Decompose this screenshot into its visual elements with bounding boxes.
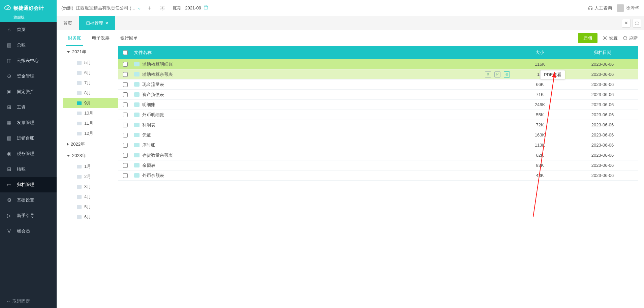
gear-icon[interactable]	[158, 4, 167, 12]
nav-item-5[interactable]: ⊞工资	[0, 99, 57, 115]
tree-month[interactable]: 12月	[63, 128, 118, 138]
settings-link[interactable]: 设置	[602, 35, 618, 41]
row-checkbox[interactable]	[123, 62, 128, 67]
row-checkbox[interactable]	[123, 153, 128, 158]
nav-icon: ▧	[6, 135, 12, 141]
nav-item-12[interactable]: ▷新手引导	[0, 208, 57, 223]
nav-item-11[interactable]: ⚙基础设置	[0, 192, 57, 208]
nav-label: 基础设置	[17, 197, 34, 203]
row-checkbox[interactable]	[123, 123, 128, 127]
nav-item-7[interactable]: ▧进销台账	[0, 130, 57, 146]
month-label: 5月	[84, 204, 91, 210]
folder-icon	[77, 122, 82, 125]
subtab-0[interactable]: 财务账	[63, 30, 87, 46]
nav-item-6[interactable]: ▦发票管理	[0, 115, 57, 130]
calendar-icon[interactable]	[203, 5, 209, 11]
user-menu[interactable]: 徐泽华	[617, 4, 639, 12]
brand-name: 畅捷通好会计	[13, 5, 44, 11]
table-row[interactable]: 现金流量表66K2023-06-06	[118, 80, 638, 90]
nav-item-9[interactable]: ⊟结账	[0, 161, 57, 177]
nav-item-3[interactable]: ⊙资金管理	[0, 68, 57, 84]
refresh-link[interactable]: 刷新	[622, 35, 638, 41]
nav-item-10[interactable]: ▭归档管理	[0, 177, 57, 192]
close-icon[interactable]: ✕	[105, 21, 109, 26]
tree-year[interactable]: 2023年	[63, 150, 118, 161]
nav-item-4[interactable]: ▣固定资产	[0, 84, 57, 99]
row-checkbox[interactable]	[123, 113, 128, 117]
export-pdf-icon[interactable]: P	[494, 71, 500, 78]
tree-month[interactable]: 6月	[63, 68, 118, 78]
view-pdf-icon[interactable]: ◎	[504, 71, 510, 78]
folder-icon	[77, 175, 82, 179]
file-size: 116K	[513, 62, 567, 67]
tree-month[interactable]: 4月	[63, 192, 118, 202]
row-checkbox[interactable]	[123, 133, 128, 137]
tree-month[interactable]: 5月	[63, 202, 118, 212]
add-icon[interactable]	[145, 4, 154, 12]
nav-item-0[interactable]: ⌂首页	[0, 22, 57, 37]
nav-item-13[interactable]: V畅会员	[0, 223, 57, 239]
nav-item-8[interactable]: ◉税务管理	[0, 146, 57, 161]
avatar-icon	[617, 4, 624, 12]
tab-close-button[interactable]: ✕	[622, 19, 631, 28]
tab-1[interactable]: 归档管理✕	[79, 16, 115, 30]
nav-item-1[interactable]: ▤总账	[0, 37, 57, 53]
fullscreen-icon[interactable]	[633, 19, 641, 28]
table-row[interactable]: 存货数量余额表62K2023-06-06	[118, 150, 638, 160]
tree-month[interactable]: 7月	[63, 78, 118, 88]
table-row[interactable]: 辅助核算余额表XP◎PDF查看1K2023-06-06	[118, 69, 638, 80]
select-all-checkbox[interactable]	[123, 50, 128, 55]
year-label: 2021年	[72, 49, 86, 55]
tab-0[interactable]: 首页	[57, 16, 79, 30]
tree-month[interactable]: 2月	[63, 172, 118, 182]
row-checkbox[interactable]	[123, 173, 128, 178]
table-row[interactable]: 凭证163K2023-06-06	[118, 130, 638, 140]
nav-item-2[interactable]: ◫云报表中心	[0, 53, 57, 68]
consult-link[interactable]: 人工咨询	[588, 5, 612, 11]
file-size: 62K	[513, 153, 567, 158]
table-row[interactable]: 明细账246K2023-06-06	[118, 100, 638, 110]
nav-icon: ▤	[6, 42, 12, 48]
tree-month[interactable]: 3月	[63, 182, 118, 192]
table-row[interactable]: 序时账113K2023-06-06	[118, 140, 638, 150]
tree-month[interactable]: 6月	[63, 212, 118, 222]
table-row[interactable]: 外币余额表48K2023-06-06	[118, 171, 638, 181]
unpin-button[interactable]: ↔ 取消固定	[0, 295, 57, 308]
subtab-1[interactable]: 电子发票	[87, 30, 115, 46]
row-checkbox[interactable]	[123, 92, 128, 97]
company-selector[interactable]: (勿删）江西服宝精品有限责任公司 (… ⌄	[61, 5, 141, 11]
tree-year[interactable]: 2022年	[63, 138, 118, 150]
row-checkbox[interactable]	[123, 102, 128, 107]
subtab-2[interactable]: 银行回单	[115, 30, 143, 46]
file-date: 2023-06-06	[567, 122, 638, 127]
month-label: 8月	[84, 90, 91, 96]
tree-month[interactable]: 11月	[63, 118, 118, 128]
nav-label: 归档管理	[17, 182, 34, 188]
table-row[interactable]: 资产负债表71K2023-06-06	[118, 90, 638, 100]
tree-month[interactable]: 1月	[63, 161, 118, 172]
tree-month[interactable]: 8月	[63, 88, 118, 98]
row-checkbox[interactable]	[123, 82, 128, 87]
subtab-row: 财务账电子发票银行回单 归档 设置 刷新	[57, 30, 644, 46]
year-label: 2023年	[72, 153, 86, 159]
tree-month[interactable]: 5月	[63, 58, 118, 68]
row-checkbox[interactable]	[123, 163, 128, 168]
col-date: 归档日期	[567, 50, 638, 56]
file-name: 辅助核算余额表	[142, 71, 173, 78]
tree-year[interactable]: 2021年	[63, 46, 118, 58]
tree-month[interactable]: 9月	[63, 98, 118, 108]
archive-button[interactable]: 归档	[578, 33, 597, 43]
file-table: 文件名称 大小 归档日期 辅助核算明细账116K2023-06-06辅助核算余额…	[118, 46, 638, 304]
table-row[interactable]: 外币明细账55K2023-06-06	[118, 110, 638, 120]
table-row[interactable]: 辅助核算明细账116K2023-06-06	[118, 59, 638, 69]
table-row[interactable]: 余额表83K2023-06-06	[118, 160, 638, 171]
tree-month[interactable]: 10月	[63, 108, 118, 118]
folder-icon	[77, 71, 82, 75]
nav-label: 固定资产	[17, 89, 34, 95]
row-checkbox[interactable]	[123, 72, 128, 77]
svg-point-2	[604, 37, 606, 39]
table-row[interactable]: 利润表72K2023-06-06	[118, 120, 638, 130]
nav-label: 云报表中心	[17, 58, 39, 64]
export-excel-icon[interactable]: X	[485, 71, 491, 78]
row-checkbox[interactable]	[123, 143, 128, 148]
